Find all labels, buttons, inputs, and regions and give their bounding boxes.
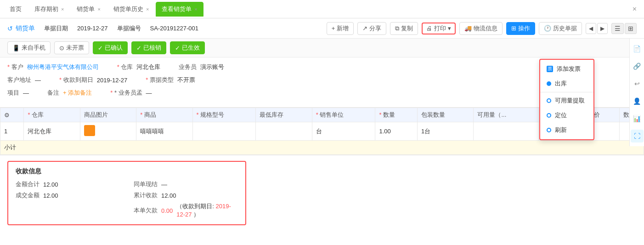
nav-arrows: ◀ ▶ [586, 23, 608, 34]
project-label: 项目 [7, 89, 19, 97]
confirm-icon: ✓ [98, 45, 103, 51]
tab-sales-history[interactable]: 销货单历史 × [107, 2, 155, 17]
confirm-button[interactable]: ✓ 已确认 [93, 41, 128, 54]
toolbar-row: 📱 来自手机 ⊙ 未开票 ✓ 已确认 ✓ 已核销 ✓ 已生效 [0, 39, 644, 57]
th-qty: 数量 [375, 108, 418, 122]
dropdown-refresh[interactable]: 刷新 [540, 123, 593, 137]
row-min-stock [256, 122, 312, 141]
locate-icon [547, 113, 551, 118]
not-open-button[interactable]: ⊙ 未开票 [54, 41, 89, 54]
tab-view-sales-order-close[interactable]: × [194, 6, 197, 12]
right-sidebar: 📄 🔗 ↩ 👤 📊 ⛶ [629, 39, 644, 146]
row-available [474, 122, 539, 141]
dropdown-outbound[interactable]: 出库 [540, 76, 593, 91]
th-spec: 规格型号 [192, 108, 256, 122]
sidebar-user-icon[interactable]: 👤 [631, 95, 644, 108]
tab-view-sales-order[interactable]: 查看销货单 × [156, 2, 203, 17]
prev-arrow[interactable]: ◀ [586, 23, 596, 34]
logistics-icon: 🚚 [464, 25, 472, 32]
payment-current-due-label: 本单欠款 [134, 206, 158, 215]
tab-sales-history-label: 销货单历史 [113, 5, 143, 13]
project-field: 项目 — [7, 89, 29, 97]
tab-inventory-init-close[interactable]: × [61, 6, 64, 12]
sidebar-expand-icon[interactable]: ⛶ [631, 130, 644, 142]
payment-total-row: 金额合计 12.00 [16, 180, 120, 188]
warehouse-label: 仓库 [117, 63, 133, 71]
history-button[interactable]: 🕐 历史单据 [539, 22, 582, 35]
warehouse-value: 河北仓库 [136, 63, 160, 71]
void-icon: ✓ [136, 45, 141, 51]
th-available: 可用量（... [474, 108, 539, 122]
sidebar-link-icon[interactable]: 🔗 [631, 60, 644, 73]
list-view-button[interactable]: ☰ [611, 23, 624, 34]
address-label: 客户地址 [7, 76, 31, 84]
salesperson-field: * 业务员孟 — [110, 89, 152, 97]
print-button[interactable]: 🖨 打印 ▾ [422, 23, 456, 34]
sidebar-return-icon[interactable]: ↩ [631, 77, 644, 90]
row-pkg-qty: 1台 [418, 122, 474, 141]
row-warehouse: 河北仓库 [24, 122, 80, 141]
operations-button[interactable]: ⊞ 操作 [506, 22, 535, 35]
sidebar-chart-icon[interactable]: 📊 [631, 112, 644, 125]
copy-button[interactable]: ⧉ 复制 [390, 22, 418, 35]
invoice-icon: ⊙ [59, 45, 64, 51]
employee-value: 演示账号 [200, 63, 224, 71]
payment-box: 收款信息 金额合计 12.00 同单现结 — 成交金额 12.00 累计收款 1… [7, 161, 246, 225]
doc-date-label: 单据日期 [44, 24, 68, 33]
doc-title: ↺ 销货单 [7, 24, 35, 33]
add-invoice-icon: 票 [547, 66, 553, 72]
customer-value[interactable]: 柳州粤港平安气体有限公司 [27, 63, 99, 71]
void-button[interactable]: ✓ 已核销 [131, 41, 166, 54]
subtotal-label: 小计 [0, 141, 644, 155]
doc-title-label: 销货单 [16, 24, 35, 33]
tab-sales-order-close[interactable]: × [97, 6, 100, 12]
doc-number-value: SA-20191227-001 [150, 25, 199, 32]
subtotal-row: 小计 [0, 141, 644, 155]
customer-field: 客户 柳州粤港平安气体有限公司 [7, 63, 99, 71]
refresh-label: 刷新 [555, 126, 567, 134]
new-button[interactable]: + 新增 [327, 22, 354, 35]
phone-icon: 📱 [12, 45, 20, 51]
doc-actions: + 新增 ↗ 分享 ⧉ 复制 🖨 打印 ▾ 🚚 物流信息 ⊞ 操作 [327, 22, 637, 35]
tab-sales-order[interactable]: 销货单 × [71, 2, 106, 17]
salesperson-value: — [146, 90, 152, 97]
tab-inventory-init[interactable]: 库存期初 × [28, 2, 70, 17]
doc-number-label: 单据编号 [117, 24, 141, 33]
tab-sales-history-close[interactable]: × [146, 6, 149, 12]
ticket-type-value: 不开票 [177, 76, 195, 84]
payment-transaction-label: 成交金额 [16, 191, 40, 199]
due-date-value: 2019-12-27 [97, 77, 128, 84]
tab-inventory-init-label: 库存期初 [34, 5, 58, 13]
effective-button[interactable]: ✓ 已生效 [170, 41, 205, 54]
dropdown-add-invoice[interactable]: 票 添加发票 [540, 62, 593, 76]
dropdown-available-qty[interactable]: 可用量提取 [540, 93, 593, 108]
logistics-button[interactable]: 🚚 物流信息 [459, 22, 503, 35]
gear-icon[interactable]: ⚙ [4, 112, 10, 119]
add-invoice-label: 添加发票 [557, 65, 581, 73]
employee-label: 业务员 [179, 63, 197, 71]
add-note-button[interactable]: + 添加备注 [63, 89, 92, 97]
grid-view-button[interactable]: ⊞ [625, 23, 637, 34]
th-unit: 销售单位 [312, 108, 375, 122]
next-arrow[interactable]: ▶ [597, 23, 608, 34]
row-no: 1 [0, 122, 24, 141]
th-pkg-qty: 包装数量 [418, 108, 474, 122]
tab-bar: 首页 库存期初 × 销货单 × 销货单历史 × 查看销货单 × × [0, 0, 644, 18]
dropdown-locate[interactable]: 定位 [540, 108, 593, 123]
note-field: 备注 + 添加备注 [47, 89, 92, 97]
row-qty: 1.00 [375, 122, 418, 141]
tab-home[interactable]: 首页 [4, 2, 28, 17]
payment-total-value: 12.00 [43, 181, 58, 188]
window-close-button[interactable]: × [629, 5, 640, 13]
effective-icon: ✓ [175, 45, 180, 51]
share-button[interactable]: ↗ 分享 [357, 22, 386, 35]
sidebar-doc-icon[interactable]: 📄 [631, 42, 644, 55]
payment-title: 收款信息 [16, 167, 238, 176]
print-chevron: ▾ [448, 25, 451, 32]
th-gear: ⚙ [0, 108, 24, 122]
due-date-field: 收款到期日 2019-12-27 [59, 76, 127, 84]
from-phone-button[interactable]: 📱 来自手机 [7, 41, 51, 54]
payment-cumulative-label: 累计收款 [134, 191, 158, 199]
payment-current-due-row: 本单欠款 0.00 （收款到期日: 2019-12-27 ） [134, 202, 238, 219]
dropdown-divider-1 [540, 92, 593, 92]
